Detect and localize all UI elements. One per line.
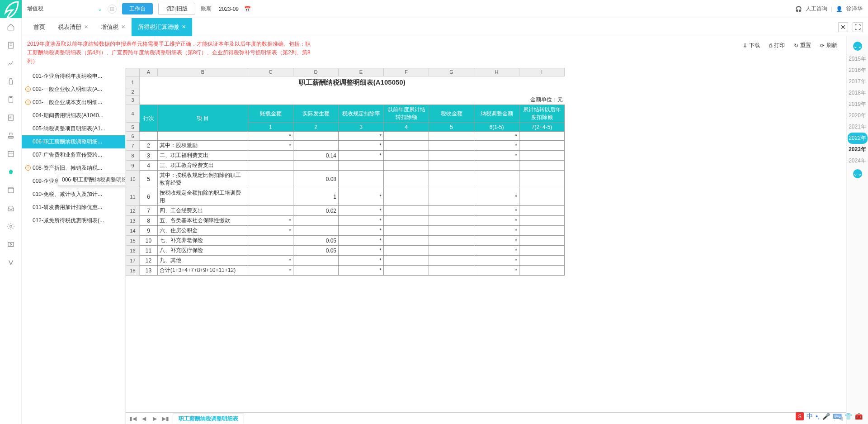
nav-inbox-icon[interactable] [0,199,22,217]
year-2020年[interactable]: 2020年 [848,110,868,121]
col-header[interactable]: C [248,68,293,76]
nav-clipboard-icon[interactable] [0,91,22,109]
reset-button[interactable]: ↻重置 [794,42,811,49]
year-scroll-down[interactable]: ⌄⌄ [853,169,862,178]
year-2016年[interactable]: 2016年 [848,65,868,76]
chevron-down-icon: ⌄ [98,6,102,12]
col-header[interactable]: A [140,68,158,76]
year-2022年[interactable]: 2022年 [848,133,868,144]
grid-icon[interactable]: ⊞ [108,5,117,14]
form-item-6[interactable]: 007-广告费和业务宣传费跨... [22,148,125,162]
ime-mic-icon[interactable]: 🎤 [822,413,830,420]
form-item-3[interactable]: 004-期间费用明细表(A1040... [22,109,125,122]
tab-0[interactable]: 首页 [27,18,52,36]
spreadsheet[interactable]: ABCDEFGHI1职工薪酬纳税调整明细表(A105050)23金额单位：元4行… [126,68,846,412]
tab-1[interactable]: 税表清册✕ [52,18,94,36]
tax-type-dropdown[interactable]: 增值税 ⌄ [27,5,102,13]
sheet-nav-next[interactable]: ▶ [151,415,158,422]
form-item-9[interactable]: 010-免税、减计收入及加计... [22,188,125,201]
close-tab-button[interactable]: ✕ [838,22,848,32]
col-header[interactable]: I [519,68,565,76]
nav-bottle-icon[interactable] [0,72,22,91]
year-2021年[interactable]: 2021年 [848,121,868,133]
year-2023年[interactable]: 2023年 [848,144,868,155]
sheet-tab[interactable]: 职工薪酬纳税调整明细表 [173,414,244,424]
nav-stamp-icon[interactable] [0,127,22,145]
form-item-label: 005-纳税调整项目明细表(A1... [33,125,105,132]
ime-bar: S 中 •, 🎤 ⌨ 👕 🧰 [796,412,863,420]
year-scroll-up[interactable]: ⌄⌄ [853,42,862,51]
sheet-tabs: ▮◀ ◀ ▶ ▶▮ 职工薪酬纳税调整明细表 ⋮ ◀ [126,412,846,424]
year-2024年[interactable]: 2024年 [848,155,868,167]
ime-keyboard-icon[interactable]: ⌨ [833,413,842,420]
user-name[interactable]: 徐泽华 [846,5,863,13]
form-item-2[interactable]: !003-一般企业成本支出明细... [22,96,125,109]
sheet-title: 职工薪酬纳税调整明细表(A105050) [140,76,565,89]
col-header[interactable]: G [429,68,474,76]
table-row: 6*** [126,132,565,141]
table-row: 105其中：按税收规定比例扣除的职工教育经费0.08 [126,171,565,188]
nav-report-icon[interactable] [0,109,22,127]
ime-punct-icon[interactable]: •, [816,413,820,420]
ime-lang-icon[interactable]: 中 [807,412,813,420]
svg-rect-7 [8,243,14,247]
switch-old-button[interactable]: 切到旧版 [158,3,195,15]
year-2017年[interactable]: 2017年 [848,76,868,87]
form-item-11[interactable]: 012-减免所得税优惠明细表(... [22,214,125,227]
form-item-4[interactable]: 005-纳税调整项目明细表(A1... [22,122,125,135]
year-2019年[interactable]: 2019年 [848,99,868,110]
form-item-label: 007-广告费和业务宣传费跨... [33,152,102,158]
form-item-label: 001-企业所得税年度纳税申... [33,73,102,79]
download-button[interactable]: ⇩下载 [743,42,760,49]
close-icon[interactable]: ✕ [121,24,125,30]
nav-settings-icon[interactable] [0,217,22,235]
form-item-label: 012-减免所得税优惠明细表(... [33,217,104,224]
sheet-nav-last[interactable]: ▶▮ [162,415,169,422]
sheet-nav-first[interactable]: ▮◀ [129,415,137,422]
form-item-label: 006-职工薪酬纳税调整明细... [33,138,102,145]
form-item-5[interactable]: 006-职工薪酬纳税调整明细... [22,135,125,148]
warning-icon: ! [25,165,31,171]
tab-2[interactable]: 增值税✕ [94,18,132,36]
col-header[interactable]: D [293,68,339,76]
consult-link[interactable]: 人工咨询 [806,5,827,13]
ime-logo-icon[interactable]: S [796,412,804,420]
table-row: 138五、各类基本社会保障性缴款*** [126,216,565,226]
close-icon[interactable]: ✕ [182,24,186,30]
close-icon[interactable]: ✕ [84,24,88,30]
nav-v-icon[interactable] [0,253,22,272]
year-2015年[interactable]: 2015年 [848,53,868,65]
col-header[interactable]: B [158,68,248,76]
nav-archive-icon[interactable] [0,181,22,199]
refresh-button[interactable]: ⟳刷新 [820,42,837,49]
print-icon: ⎙ [769,43,772,49]
form-item-10[interactable]: 011-研发费用加计扣除优惠... [22,201,125,214]
form-item-7[interactable]: !008-资产折旧、摊销及纳税... [22,162,125,175]
print-button[interactable]: ⎙打印 [769,42,785,49]
nav-calendar-icon[interactable] [0,145,22,163]
period-value[interactable]: 2023-09 [219,6,239,12]
col-header[interactable]: E [339,68,384,76]
workspace-button[interactable]: 工作台 [122,3,153,14]
nav-video-icon[interactable] [0,235,22,253]
expand-button[interactable]: ⛶ [853,22,863,32]
col-header[interactable]: F [384,68,429,76]
nav-tax-icon[interactable] [0,163,22,181]
tab-3[interactable]: 所得税汇算清缴✕ [132,18,192,36]
reset-icon: ↻ [794,43,798,49]
form-item-0[interactable]: 001-企业所得税年度纳税申... [22,70,125,83]
nav-chart-icon[interactable] [0,54,22,72]
svg-point-6 [9,225,12,228]
ime-skin-icon[interactable]: 👕 [844,413,852,420]
nav-home-icon[interactable] [0,18,22,36]
form-item-1[interactable]: !002-一般企业收入明细表(A... [22,83,125,96]
ime-toolbox-icon[interactable]: 🧰 [855,413,863,420]
col-header[interactable]: H [474,68,519,76]
tab-label: 所得税汇算清缴 [138,23,179,31]
sheet-nav-prev[interactable]: ◀ [140,415,147,422]
nav-doc-icon[interactable] [0,36,22,54]
calendar-icon[interactable]: 📅 [244,6,251,12]
year-2018年[interactable]: 2018年 [848,87,868,99]
svg-rect-5 [8,189,14,193]
form-item-label: 004-期间费用明细表(A1040... [33,112,104,119]
